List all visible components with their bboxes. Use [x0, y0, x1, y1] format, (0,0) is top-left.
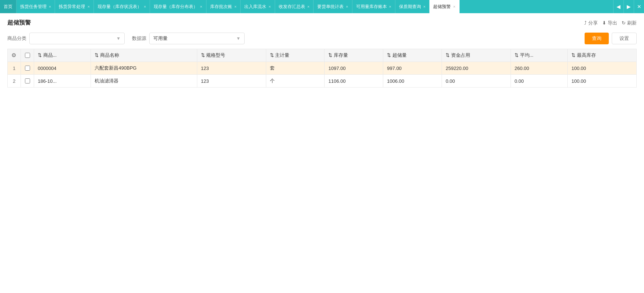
cell-unit: 个 [266, 75, 325, 88]
settings-button[interactable]: 设置 [612, 33, 637, 44]
nav-stock-status[interactable]: 现存量（库存状况表） × [94, 0, 150, 13]
page-title: 超储预警 [7, 19, 31, 27]
cell-code: 186-10... [34, 75, 91, 88]
page-header: 超储预警 ⤴ 分享 ⬇ 导出 ↻ 刷新 [7, 19, 637, 27]
category-filter: 商品分类 ▼ [7, 33, 125, 44]
nav-inout-flow[interactable]: 出入库流水 × [241, 0, 275, 13]
category-label: 商品分类 [7, 35, 26, 42]
refresh-button[interactable]: ↻ 刷新 [622, 20, 637, 26]
close-icon[interactable]: × [389, 4, 391, 9]
close-icon[interactable]: × [234, 4, 237, 9]
cell-avg: 0.00 [511, 75, 567, 88]
th-code: ⇅ 商品... [34, 49, 91, 62]
chevron-down-icon: ▼ [236, 36, 241, 41]
top-navigation: 首页 拣货任务管理 × 拣货异常处理 × 现存量（库存状况表） × 现存量（库存… [0, 0, 644, 13]
datasource-select-value: 可用量 [153, 35, 168, 42]
nav-batch-account[interactable]: 库存批次账 × [206, 0, 241, 13]
select-all-checkbox[interactable] [25, 53, 30, 58]
cell-stock: 1106.00 [325, 75, 383, 88]
cell-over: 1006.00 [383, 75, 442, 88]
datasource-filter: 数据源 可用量 ▼ [132, 33, 245, 44]
nav-arrow-right[interactable]: ▶ [623, 0, 634, 13]
page-content: 超储预警 ⤴ 分享 ⬇ 导出 ↻ 刷新 商品分类 ▼ 数据源 [0, 13, 644, 93]
gear-icon[interactable]: ⚙ [11, 52, 16, 58]
th-stock: ⇅ 库存量 [325, 49, 383, 62]
cell-name: 六配套新昌490BPG [91, 62, 197, 75]
table-header-row: ⚙ ⇅ 商品... ⇅ 商品名称 ⇅ 规格型号 [8, 49, 637, 62]
th-name: ⇅ 商品名称 [91, 49, 197, 62]
nav-overstock-warning[interactable]: 超储预警 × [429, 0, 459, 13]
th-settings: ⚙ [8, 49, 21, 62]
cell-capital: 0.00 [442, 75, 511, 88]
table-row: 10000004六配套新昌490BPG123套1097.00997.002592… [8, 62, 637, 75]
category-select[interactable]: ▼ [29, 33, 125, 44]
close-icon[interactable]: × [307, 4, 310, 9]
close-icon[interactable]: × [268, 4, 271, 9]
th-spec: ⇅ 规格型号 [197, 49, 266, 62]
close-icon[interactable]: × [87, 4, 89, 9]
row-checkbox[interactable] [25, 66, 30, 71]
cell-avg: 260.00 [511, 62, 567, 75]
nav-expiry-query[interactable]: 保质期查询 × [395, 0, 429, 13]
datasource-select[interactable]: 可用量 ▼ [149, 33, 245, 44]
table-body: 10000004六配套新昌490BPG123套1097.00997.002592… [8, 62, 637, 88]
cell-checkbox [21, 75, 34, 88]
cell-name: 机油滤清器 [91, 75, 197, 88]
th-over: ⇅ 超储量 [383, 49, 442, 62]
close-icon[interactable]: × [144, 4, 146, 9]
chevron-down-icon: ▼ [116, 36, 121, 41]
cell-stock: 1097.00 [325, 62, 383, 75]
nav-exception[interactable]: 拣货异常处理 × [55, 0, 94, 13]
close-icon[interactable]: × [453, 4, 455, 9]
cell-index: 2 [8, 75, 21, 88]
share-icon: ⤴ [584, 20, 587, 26]
close-icon[interactable]: × [346, 4, 348, 9]
th-capital: ⇅ 资金占用 [442, 49, 511, 62]
th-avg: ⇅ 平均... [511, 49, 567, 62]
cell-over: 997.00 [383, 62, 442, 75]
header-actions: ⤴ 分享 ⬇ 导出 ↻ 刷新 [584, 20, 637, 26]
share-button[interactable]: ⤴ 分享 [584, 20, 598, 26]
th-checkbox [21, 49, 34, 62]
nav-stock-dist[interactable]: 现存量（库存分布表） × [150, 0, 206, 13]
cell-max: 100.00 [568, 75, 637, 88]
datasource-label: 数据源 [132, 35, 146, 42]
nav-arrow-close[interactable]: ✕ [634, 0, 644, 13]
export-icon: ⬇ [602, 20, 606, 26]
row-checkbox[interactable] [25, 78, 30, 84]
close-icon[interactable]: × [200, 4, 202, 9]
cell-spec: 123 [197, 62, 266, 75]
nav-arrow-left[interactable]: ◀ [613, 0, 623, 13]
cell-capital: 259220.00 [442, 62, 511, 75]
th-unit: ⇅ 主计量 [266, 49, 325, 62]
export-button[interactable]: ⬇ 导出 [602, 20, 617, 26]
nav-task-mgmt[interactable]: 拣货任务管理 × [17, 0, 55, 13]
table-row: 2186-10...机油滤清器123个1106.001006.000.000.0… [8, 75, 637, 88]
cell-index: 1 [8, 62, 21, 75]
cell-spec: 123 [197, 75, 266, 88]
nav-available-book[interactable]: 可用量库存账本 × [352, 0, 395, 13]
nav-demand-stats[interactable]: 要货单统计表 × [314, 0, 352, 13]
data-table: ⚙ ⇅ 商品... ⇅ 商品名称 ⇅ 规格型号 [7, 49, 637, 88]
query-button[interactable]: 查询 [585, 33, 609, 44]
nav-scroll-arrows: ◀ ▶ ✕ [613, 0, 644, 13]
cell-code: 0000004 [34, 62, 91, 75]
cell-checkbox [21, 62, 34, 75]
nav-home[interactable]: 首页 [0, 0, 17, 13]
nav-summary[interactable]: 收发存汇总表 × [275, 0, 314, 13]
th-max: ⇅ 最高库存 [568, 49, 637, 62]
cell-max: 100.00 [568, 62, 637, 75]
close-icon[interactable]: × [49, 4, 51, 9]
refresh-icon: ↻ [622, 20, 626, 26]
close-icon[interactable]: × [423, 4, 425, 9]
filter-actions: 查询 设置 [585, 33, 637, 44]
cell-unit: 套 [266, 62, 325, 75]
filter-row: 商品分类 ▼ 数据源 可用量 ▼ 查询 设置 [7, 33, 637, 44]
